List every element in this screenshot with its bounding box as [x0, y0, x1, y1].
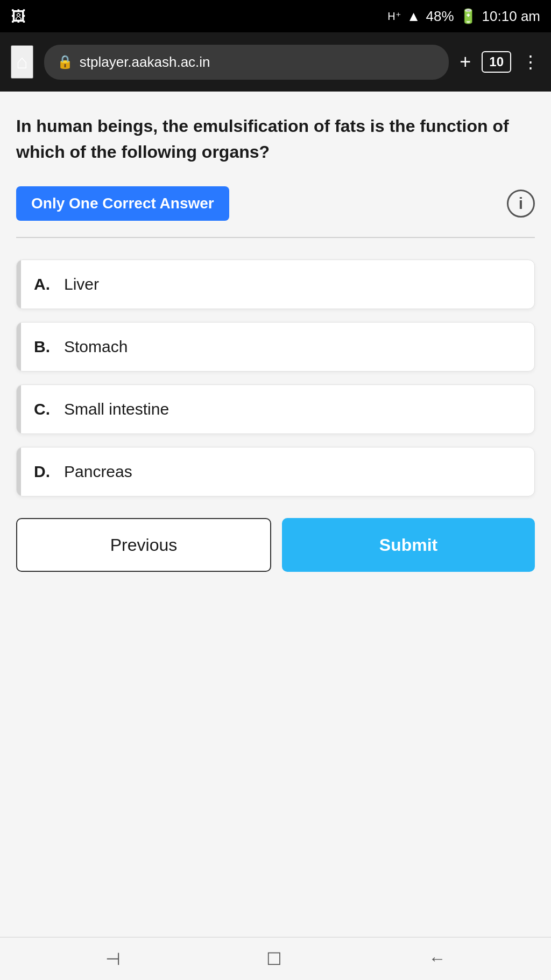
- browser-bar: ⌂ 🔒 stplayer.aakash.ac.in + 10 ⋮: [0, 32, 551, 92]
- question-text: In human beings, the emulsification of f…: [16, 113, 535, 165]
- option-a[interactable]: A. Liver: [16, 260, 535, 309]
- home-button[interactable]: ⌂: [11, 45, 33, 79]
- option-b[interactable]: B. Stomach: [16, 322, 535, 372]
- home-icon: ⌂: [16, 51, 28, 73]
- option-a-text: Liver: [64, 260, 534, 309]
- menu-button[interactable]: ⋮: [522, 52, 540, 72]
- battery-icon: 🔋: [460, 8, 477, 25]
- tab-count-box[interactable]: 10: [482, 51, 511, 73]
- option-c[interactable]: C. Small intestine: [16, 384, 535, 434]
- status-bar-left: 🖼: [11, 8, 26, 25]
- option-d-text: Pancreas: [64, 447, 534, 496]
- option-b-bar: [17, 323, 21, 371]
- url-text: stplayer.aakash.ac.in: [80, 54, 210, 71]
- previous-button[interactable]: Previous: [16, 518, 271, 572]
- nav-recent-icon[interactable]: ⊣: [105, 949, 121, 969]
- bottom-nav: ⊣ ☐ ←: [0, 937, 551, 980]
- option-c-text: Small intestine: [64, 385, 534, 433]
- add-tab-button[interactable]: +: [460, 51, 471, 73]
- time-display: 10:10 am: [482, 8, 540, 25]
- option-a-label: A.: [21, 275, 64, 293]
- option-d[interactable]: D. Pancreas: [16, 447, 535, 496]
- battery-text: 48%: [426, 8, 454, 25]
- option-a-bar: [17, 260, 21, 309]
- main-content: In human beings, the emulsification of f…: [0, 92, 551, 937]
- option-b-text: Stomach: [64, 323, 534, 371]
- divider: [16, 237, 535, 238]
- option-d-bar: [17, 447, 21, 496]
- lock-icon: 🔒: [57, 54, 73, 69]
- status-bar: 🖼 H⁺ ▲ 48% 🔋 10:10 am: [0, 0, 551, 32]
- question-type-badge: Only One Correct Answer: [16, 186, 229, 221]
- submit-button[interactable]: Submit: [282, 518, 535, 572]
- url-bar[interactable]: 🔒 stplayer.aakash.ac.in: [44, 45, 449, 80]
- question-type-row: Only One Correct Answer i: [16, 186, 535, 221]
- screenshot-icon: 🖼: [11, 8, 26, 25]
- option-b-label: B.: [21, 338, 64, 356]
- info-icon-button[interactable]: i: [507, 190, 535, 218]
- nav-back-icon[interactable]: ←: [428, 949, 446, 969]
- browser-actions: + 10 ⋮: [460, 51, 540, 73]
- option-d-label: D.: [21, 463, 64, 481]
- nav-home-icon[interactable]: ☐: [266, 949, 282, 969]
- option-c-label: C.: [21, 400, 64, 418]
- signal-icon: H⁺: [387, 10, 401, 23]
- options-list: A. Liver B. Stomach C. Small intestine D…: [16, 260, 535, 496]
- option-c-bar: [17, 385, 21, 433]
- signal-bars-icon: ▲: [407, 8, 421, 25]
- status-bar-right: H⁺ ▲ 48% 🔋 10:10 am: [387, 8, 540, 25]
- bottom-buttons: Previous Submit: [16, 518, 535, 572]
